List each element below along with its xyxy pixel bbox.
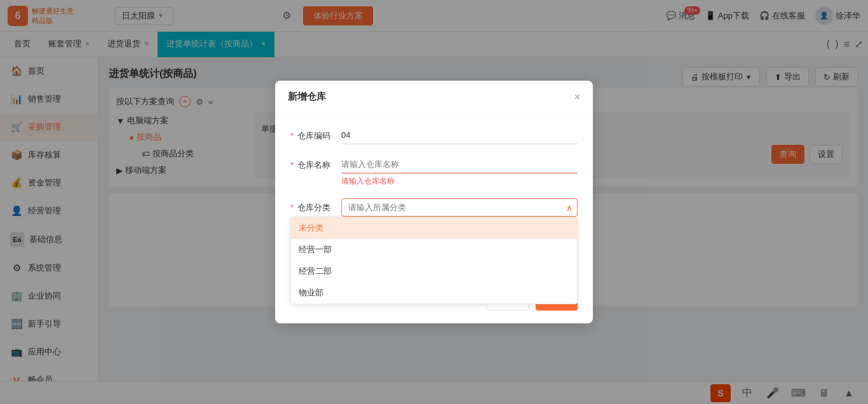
add-warehouse-dialog: 新增仓库 × * 仓库编码 * 仓库名称 bbox=[275, 81, 593, 323]
category-select-wrap: ∧ bbox=[341, 198, 578, 217]
code-input[interactable] bbox=[341, 126, 578, 144]
name-error-msg: 请输入仓库名称 bbox=[341, 176, 578, 187]
dropdown-item-ops1[interactable]: 经营一部 bbox=[291, 239, 577, 260]
form-row-code: * 仓库编码 bbox=[290, 126, 578, 144]
dropdown-item-property[interactable]: 物业部 bbox=[291, 282, 577, 304]
dialog-close-button[interactable]: × bbox=[574, 91, 580, 103]
dropdown-item-ops2[interactable]: 经营二部 bbox=[291, 260, 577, 282]
form-row-name: * 仓库名称 请输入仓库名称 bbox=[290, 156, 578, 187]
form-row-category: * 仓库分类 ∧ 未分类 经营一部 经营二部 物业部 bbox=[290, 198, 578, 217]
category-control: ∧ 未分类 经营一部 经营二部 物业部 bbox=[341, 198, 578, 217]
code-control bbox=[341, 126, 578, 144]
dialog-body: * 仓库编码 * 仓库名称 请输入仓库名称 bbox=[275, 114, 593, 281]
name-input[interactable] bbox=[341, 156, 578, 173]
dialog-title: 新增仓库 bbox=[288, 91, 326, 103]
name-label: * 仓库名称 bbox=[290, 156, 341, 171]
category-dropdown: 未分类 经营一部 经营二部 物业部 bbox=[290, 217, 578, 304]
name-control: 请输入仓库名称 bbox=[341, 156, 578, 187]
code-label: * 仓库编码 bbox=[290, 126, 341, 142]
dialog-header: 新增仓库 × bbox=[275, 81, 593, 114]
select-arrow-icon: ∧ bbox=[566, 203, 573, 213]
dropdown-item-unclassified[interactable]: 未分类 bbox=[291, 217, 577, 239]
category-label: * 仓库分类 bbox=[290, 198, 341, 213]
category-input[interactable] bbox=[341, 198, 578, 217]
modal-overlay[interactable]: 新增仓库 × * 仓库编码 * 仓库名称 bbox=[0, 0, 868, 404]
